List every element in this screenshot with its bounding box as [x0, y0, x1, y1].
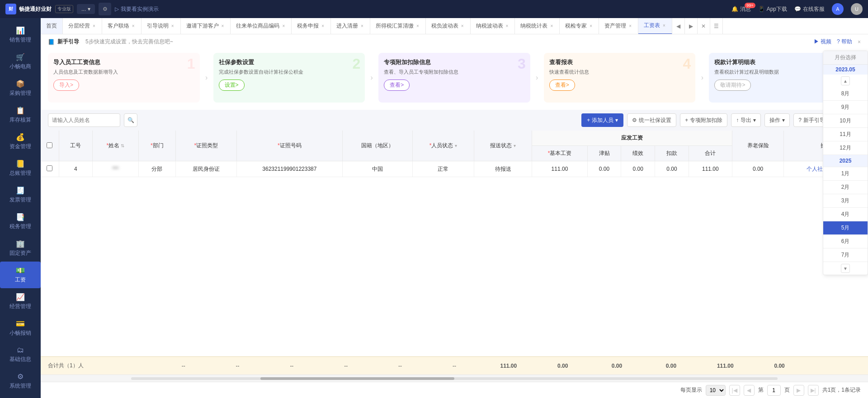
tab-close-icon[interactable]: ×: [415, 23, 420, 29]
guide-help-link[interactable]: ? 帮助: [837, 38, 852, 46]
tab-menu-btn[interactable]: ☰: [710, 18, 723, 34]
sidebar-item-expense[interactable]: 💳 小畅报销: [0, 315, 41, 342]
tab-home[interactable]: 首页: [41, 18, 63, 34]
month-item-8[interactable]: 8月: [823, 87, 868, 101]
tab-close-icon[interactable]: ×: [281, 23, 286, 29]
tab-close-icon[interactable]: ×: [92, 23, 96, 29]
tab-tax-expert[interactable]: 税检专家 ×: [560, 18, 599, 34]
tab-prev-btn[interactable]: ◀: [672, 18, 685, 34]
month-item-12[interactable]: 12月: [823, 141, 868, 155]
step-btn-4[interactable]: 查看>: [549, 80, 575, 91]
sidebar-item-system[interactable]: ⚙ 系统管理: [0, 368, 41, 394]
scroll-thumb[interactable]: [260, 377, 454, 380]
guide-close-btn[interactable]: ×: [858, 39, 861, 45]
step-btn-1[interactable]: 导入>: [53, 80, 79, 91]
month-item-5[interactable]: 5月: [823, 221, 868, 235]
online-service-button[interactable]: 💬 在线客服: [794, 5, 825, 13]
tab-tax-burden[interactable]: 税负波动表 ×: [426, 18, 471, 34]
last-page-btn[interactable]: ▶|: [808, 385, 819, 396]
sidebar-item-collab[interactable]: 🤝 企业协同: [0, 394, 41, 398]
month-item-11[interactable]: 11月: [823, 128, 868, 141]
sidebar-item-payroll[interactable]: 💵 工资: [0, 262, 41, 288]
filter-status-icon[interactable]: ▾: [455, 143, 457, 148]
tab-close-icon[interactable]: ×: [170, 23, 175, 29]
export-btn[interactable]: ↑ 导出 ▾: [731, 113, 761, 127]
tab-assets[interactable]: 资产管理 ×: [599, 18, 638, 34]
tab-close-all-btn[interactable]: ✕: [698, 18, 710, 34]
payroll-table: 工号 *姓名 ⇅ *部门 *证照类型 *证照号码 国籍（地区）: [41, 131, 868, 177]
tab-guide[interactable]: 引导说明 ×: [142, 18, 181, 34]
tab-close-icon[interactable]: ×: [321, 23, 325, 29]
sidebar-item-ecommerce[interactable]: 🛒 小畅电商: [0, 48, 41, 75]
tab-close-icon[interactable]: ×: [221, 23, 225, 29]
app-download-button[interactable]: 📱 App下载: [758, 5, 787, 13]
sidebar-item-assets[interactable]: 🏢 固定资产: [0, 235, 41, 262]
month-item-2[interactable]: 2月: [823, 181, 868, 194]
sidebar-item-tax[interactable]: 📑 税务管理: [0, 208, 41, 235]
sidebar-item-invoice[interactable]: 🧾 发票管理: [0, 182, 41, 208]
tab-tax-stats[interactable]: 纳税统计表 ×: [515, 18, 560, 34]
tab-income-tax[interactable]: 所得税汇算清缴 ×: [370, 18, 426, 34]
company-selector[interactable]: ... ▾: [77, 4, 95, 14]
message-button[interactable]: 🔔 消息 99+: [731, 5, 751, 13]
sidebar-item-purchase[interactable]: 📦 采购管理: [0, 75, 41, 102]
sort-name-icon[interactable]: ⇅: [121, 143, 124, 148]
tab-payroll[interactable]: 工资表 ×: [638, 18, 672, 34]
sidebar-item-inventory[interactable]: 📋 库存核算: [0, 102, 41, 128]
tab-fen-ceng[interactable]: 分层经营 ×: [63, 18, 102, 34]
month-item-4[interactable]: 4月: [823, 208, 868, 221]
user-avatar2[interactable]: U: [851, 3, 863, 15]
step-btn-3[interactable]: 查看>: [384, 80, 410, 91]
month-item-1[interactable]: 1月: [823, 167, 868, 181]
sidebar-item-finance[interactable]: 💰 资金管理: [0, 128, 41, 155]
horizontal-scrollbar[interactable]: [41, 375, 868, 382]
step-btn-2[interactable]: 设置>: [219, 80, 245, 91]
tab-close-icon[interactable]: ×: [589, 23, 593, 29]
tab-tax-fluctuation[interactable]: 纳税波动表 ×: [471, 18, 515, 34]
sidebar-item-management[interactable]: 📈 经营管理: [0, 288, 41, 315]
special-deduction-btn[interactable]: + 专项附加扣除: [680, 113, 727, 127]
tab-close-icon[interactable]: ×: [628, 23, 632, 29]
tab-close-icon[interactable]: ×: [131, 23, 136, 29]
prev-page-btn[interactable]: ◀: [744, 385, 755, 396]
month-up-btn[interactable]: ▲: [841, 76, 850, 85]
guide-steps: 1 导入员工工资信息 人员信息及工资数据新增导入 导入> › 2 社保参数设置 …: [48, 49, 861, 110]
user-avatar[interactable]: A: [832, 3, 844, 15]
social-security-btn[interactable]: ⚙ 统一社保设置: [627, 113, 676, 127]
tab-close-icon[interactable]: ×: [505, 23, 509, 29]
search-button[interactable]: 🔍: [124, 113, 137, 127]
footer-dash5: --: [373, 363, 427, 369]
operation-btn[interactable]: 操作 ▾: [764, 113, 790, 127]
tab-next-btn[interactable]: ▶: [685, 18, 698, 34]
tab-close-icon[interactable]: ×: [460, 23, 465, 29]
filter-report-icon[interactable]: ▾: [514, 143, 516, 148]
sidebar-item-sales[interactable]: 📊 销售管理: [0, 22, 41, 48]
search-input[interactable]: [48, 113, 120, 127]
sidebar-item-ledger[interactable]: 📒 总账管理: [0, 155, 41, 182]
month-item-10[interactable]: 10月: [823, 114, 868, 128]
per-page-select[interactable]: 10 20 50: [706, 385, 726, 396]
month-item-9[interactable]: 9月: [823, 101, 868, 114]
month-item-6[interactable]: 6月: [823, 235, 868, 248]
tab-product-code[interactable]: 往来单位商品编码 ×: [231, 18, 292, 34]
sidebar-item-basic[interactable]: 🗂 基础信息: [0, 342, 41, 368]
row-checkbox[interactable]: [47, 165, 52, 171]
tab-customer[interactable]: 客户联络 ×: [102, 18, 142, 34]
month-item-7[interactable]: 7月: [823, 248, 868, 262]
month-item-3[interactable]: 3月: [823, 194, 868, 208]
guide-video-link[interactable]: ▶ 视频: [814, 38, 831, 46]
demo-button[interactable]: ▷ 我要看实例演示: [115, 5, 159, 13]
tab-close-payroll-icon[interactable]: ×: [662, 22, 666, 29]
month-down-btn[interactable]: ▼: [841, 264, 850, 273]
tab-register[interactable]: 进入清册 ×: [331, 18, 370, 34]
settings-icon[interactable]: ⚙: [99, 3, 111, 15]
tab-close-icon[interactable]: ×: [360, 23, 364, 29]
tab-tax-report[interactable]: 税务申报 ×: [292, 18, 331, 34]
tab-close-icon[interactable]: ×: [549, 23, 554, 29]
select-all-checkbox[interactable]: [47, 142, 52, 148]
first-page-btn[interactable]: |◀: [729, 385, 740, 396]
next-page-btn[interactable]: ▶: [793, 385, 804, 396]
add-person-button[interactable]: + 添加人员 ▾: [581, 113, 623, 127]
tab-invite[interactable]: 邀请下游客户 ×: [181, 18, 231, 34]
current-page-input[interactable]: [767, 385, 781, 396]
